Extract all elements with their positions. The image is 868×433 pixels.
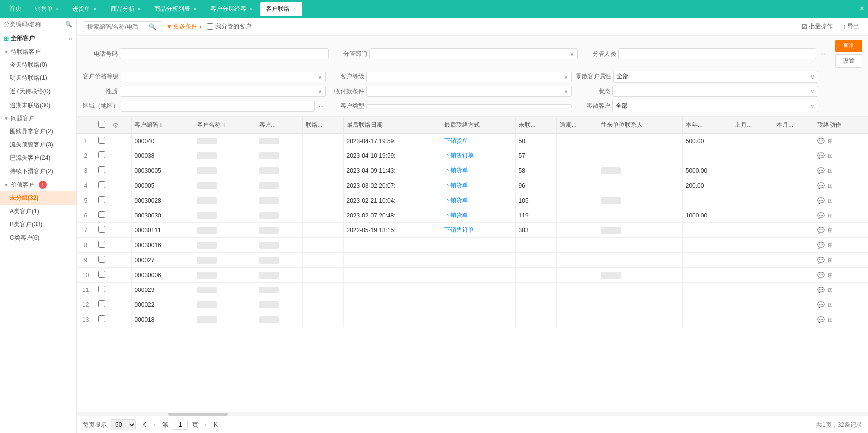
action-chat-icon[interactable]: 💬 — [817, 316, 825, 323]
sidebar-search-input[interactable] — [4, 21, 63, 28]
tab-sales[interactable]: 销售单 × — [29, 2, 65, 16]
action-chat-icon[interactable]: 💬 — [817, 257, 825, 264]
phone-input[interactable] — [120, 48, 329, 59]
action-chat-icon[interactable]: 💬 — [817, 212, 825, 219]
page-input[interactable] — [173, 420, 188, 430]
action-chat-icon[interactable]: 💬 — [817, 272, 825, 279]
action-grid-icon[interactable]: ⊞ — [828, 197, 833, 204]
sidebar-group-problem[interactable]: ▼ 问题客户 — [0, 112, 76, 125]
sidebar-item-overdue[interactable]: 逾期未联络(30) — [0, 99, 76, 112]
next-page-button[interactable]: › — [202, 420, 209, 429]
action-chat-icon[interactable]: 💬 — [817, 167, 825, 174]
customer-level-select[interactable]: ∨ — [366, 72, 572, 82]
customer-type-select[interactable] — [366, 104, 572, 108]
last-method-link[interactable]: 下销货单 — [444, 197, 468, 204]
row-checkbox[interactable] — [98, 226, 105, 233]
close-all-button[interactable]: × — [860, 4, 864, 13]
scatter-customer-select[interactable]: 全部 ∨ — [612, 100, 818, 112]
tab-analysis-list[interactable]: 商品分析列表 × — [148, 2, 202, 16]
region-input[interactable] — [121, 101, 315, 112]
row-checkbox[interactable] — [98, 271, 105, 278]
last-method-link[interactable]: 下销货单 — [444, 182, 468, 189]
sidebar-item-churn-warning[interactable]: 流失预警客户(3) — [0, 138, 76, 151]
home-tab[interactable]: 首页 — [4, 4, 27, 13]
close-sales-icon[interactable]: × — [56, 6, 59, 12]
last-method-link[interactable]: 下销货单 — [444, 167, 468, 174]
action-chat-icon[interactable]: 💬 — [817, 287, 825, 293]
row-checkbox[interactable] — [98, 166, 105, 173]
page-size-select[interactable]: 50 10 20 100 — [111, 419, 136, 430]
row-checkbox[interactable] — [98, 196, 105, 203]
row-checkbox[interactable] — [98, 315, 105, 322]
sidebar-item-lost[interactable]: 已流失客户(24) — [0, 151, 76, 165]
last-method-link[interactable]: 下销货单 — [444, 212, 468, 218]
more-conditions-button[interactable]: ▼ 更多条件 ▲ — [166, 22, 203, 31]
close-purchase-icon[interactable]: × — [93, 6, 96, 12]
action-chat-icon[interactable]: 💬 — [817, 152, 825, 159]
action-grid-icon[interactable]: ⊞ — [828, 227, 833, 234]
search-button[interactable]: 查询 — [835, 40, 862, 52]
main-search-icon[interactable]: 🔍 — [149, 23, 156, 30]
all-customers-header[interactable]: ⊞ 全部客户 « — [0, 31, 76, 46]
action-grid-icon[interactable]: ⊞ — [828, 272, 833, 279]
table-settings-icon[interactable]: ⚙ — [112, 121, 119, 129]
my-customers-check[interactable] — [207, 23, 213, 30]
sidebar-search-icon[interactable]: 🔍 — [65, 21, 72, 28]
row-checkbox[interactable] — [98, 151, 105, 158]
sidebar-item-hoarding[interactable]: 囤购异常客户(2) — [0, 125, 76, 138]
action-grid-icon[interactable]: ⊞ — [828, 182, 833, 189]
last-method-link[interactable]: 下销售订单 — [444, 152, 474, 159]
row-checkbox[interactable] — [98, 211, 105, 218]
sidebar-item-declining[interactable]: 持续下滑客户(2) — [0, 165, 76, 178]
tab-purchase[interactable]: 进货单 × — [67, 2, 102, 16]
my-customers-checkbox[interactable]: 我分管的客户 — [207, 22, 251, 31]
horizontal-scrollbar[interactable] — [77, 412, 868, 416]
action-grid-icon[interactable]: ⊞ — [828, 316, 833, 323]
action-chat-icon[interactable]: 💬 — [817, 197, 825, 204]
status-select[interactable]: ∨ — [612, 86, 818, 97]
action-chat-icon[interactable]: 💬 — [817, 182, 825, 189]
action-grid-icon[interactable]: ⊞ — [828, 301, 833, 308]
main-search-input[interactable] — [87, 23, 147, 30]
col-settings[interactable]: ⚙ — [109, 117, 132, 134]
tab-customer-contact[interactable]: 客户联络 × — [260, 2, 302, 16]
action-grid-icon[interactable]: ⊞ — [828, 167, 833, 174]
action-chat-icon[interactable]: 💬 — [817, 242, 825, 249]
sidebar-item-7days[interactable]: 近7天待联络(0) — [0, 85, 76, 98]
action-grid-icon[interactable]: ⊞ — [828, 152, 833, 159]
payment-select[interactable]: ∨ — [366, 86, 572, 97]
action-chat-icon[interactable]: 💬 — [817, 301, 825, 308]
sidebar-item-class-a[interactable]: A类客户(1) — [0, 205, 76, 218]
row-checkbox[interactable] — [98, 300, 105, 307]
sidebar-group-waiting[interactable]: ▼ 待联络客户 — [0, 46, 76, 58]
select-all-checkbox[interactable] — [98, 121, 105, 128]
price-level-select[interactable]: ∨ — [121, 72, 326, 82]
sidebar-collapse-icon[interactable]: « — [69, 35, 72, 42]
action-grid-icon[interactable]: ⊞ — [828, 212, 833, 219]
manager-input[interactable] — [618, 48, 816, 59]
scatter-attr-select[interactable]: 全部 ∨ — [613, 71, 818, 83]
action-grid-icon[interactable]: ⊞ — [828, 257, 833, 264]
nature-select[interactable]: ∨ — [120, 86, 326, 97]
scrollbar-thumb[interactable] — [168, 413, 228, 416]
sidebar-item-today[interactable]: 今天待联络(0) — [0, 58, 76, 72]
close-analysis-list-icon[interactable]: × — [193, 6, 196, 12]
region-more-icon[interactable]: ··· — [317, 103, 326, 110]
sidebar-item-ungrouped[interactable]: 未分组(32) — [0, 191, 76, 205]
last-page-button[interactable]: K — [211, 420, 220, 429]
row-checkbox[interactable] — [98, 286, 105, 292]
row-checkbox[interactable] — [98, 181, 105, 188]
close-customer-tier-icon[interactable]: × — [249, 6, 252, 12]
prev-page-button[interactable]: ‹ — [151, 420, 158, 429]
export-button[interactable]: ↑ 导出 — [840, 21, 862, 32]
batch-op-button[interactable]: ☑ 批量操作 — [799, 21, 836, 32]
row-checkbox[interactable] — [98, 256, 105, 263]
manager-more-icon[interactable]: ··· — [818, 50, 827, 57]
last-method-link[interactable]: 下销货单 — [444, 137, 468, 144]
last-method-link[interactable]: 下销售订单 — [444, 226, 474, 233]
first-page-button[interactable]: K — [140, 420, 149, 429]
sidebar-item-tomorrow[interactable]: 明天待联络(1) — [0, 72, 76, 85]
sidebar-item-class-b[interactable]: B类客户(33) — [0, 218, 76, 231]
action-grid-icon[interactable]: ⊞ — [828, 242, 833, 249]
reset-button[interactable]: 设置 — [835, 54, 862, 68]
